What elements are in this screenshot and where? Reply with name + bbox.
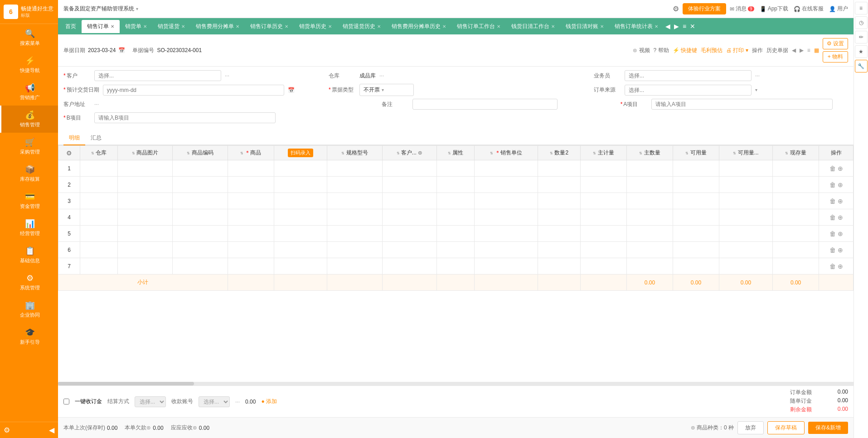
tab-reconcile[interactable]: 钱货日清对账 ✕	[560, 20, 609, 33]
delivery-input[interactable]	[103, 85, 284, 96]
tab-close-reconcile[interactable]: ✕	[600, 24, 604, 29]
account-select[interactable]: 选择...	[199, 396, 230, 407]
delete-icon[interactable]: 🗑	[829, 165, 836, 172]
nav-prev-icon[interactable]: ◀	[792, 47, 796, 53]
copy-icon[interactable]: ⊕	[838, 263, 843, 270]
sidebar-item-guide[interactable]: 🎓 新手引导	[0, 323, 58, 350]
sidebar-collapse-icon[interactable]: ◀	[49, 426, 54, 434]
col-header-gear[interactable]: ⚙	[58, 146, 80, 160]
tab-detail[interactable]: 明细	[63, 131, 85, 145]
col-header-code[interactable]: ⇅ 商品编码	[173, 146, 228, 160]
col-header-main-qty[interactable]: ⇅ 主数量	[626, 146, 673, 160]
order-source-input[interactable]	[625, 85, 752, 96]
operation-button[interactable]: 操作	[752, 47, 763, 54]
tab-close-goods-history[interactable]: ✕	[328, 24, 332, 29]
col-header-current[interactable]: ⇅ 现存量	[773, 146, 819, 160]
list-view-icon[interactable]: ≡	[807, 47, 810, 53]
tab-close-all[interactable]: ✕	[688, 23, 697, 30]
settings-gear-icon[interactable]: ⚙	[673, 5, 679, 13]
copy-icon[interactable]: ⊕	[838, 230, 843, 237]
tab-close-return-history[interactable]: ✕	[377, 24, 381, 29]
invoice-select[interactable]: 不开票 ▾	[359, 84, 414, 96]
sidebar-item-basic-info[interactable]: 📋 基础信息	[0, 241, 58, 269]
copy-icon[interactable]: ⊕	[838, 181, 843, 188]
copy-icon[interactable]: ⊕	[838, 197, 843, 205]
view-video-button[interactable]: ⊙ 视频	[633, 47, 650, 54]
tab-close-sales-fee[interactable]: ✕	[236, 24, 239, 29]
delete-icon[interactable]: 🗑	[829, 263, 836, 270]
col-header-image[interactable]: ⇅ 商品图片	[118, 146, 173, 160]
history-button[interactable]: 历史单据	[766, 47, 788, 54]
remark-input[interactable]	[412, 99, 558, 110]
add-button[interactable]: ● 添加	[261, 398, 277, 405]
right-panel-icon-4[interactable]: ★	[855, 45, 868, 58]
save-draft-button[interactable]: 保存草稿	[767, 421, 805, 434]
material-button[interactable]: + 物料	[823, 51, 848, 63]
sidebar-item-inventory[interactable]: 📦 库存核算	[0, 160, 58, 187]
sidebar-item-enterprise[interactable]: 🏢 企业协同	[0, 296, 58, 323]
warehouse-more-icon[interactable]: ···	[379, 72, 384, 79]
online-service-button[interactable]: 🎧 在线客服	[794, 5, 824, 13]
tab-close-fee-history[interactable]: ✕	[442, 24, 446, 29]
sidebar-item-purchase[interactable]: 🛒 采购管理	[0, 133, 58, 160]
customer-input[interactable]	[94, 70, 221, 81]
tab-return-history[interactable]: 销货退货历史 ✕	[337, 20, 386, 33]
profit-button[interactable]: 毛利预估	[701, 47, 723, 54]
message-button[interactable]: ✉ 消息 9	[730, 5, 754, 13]
scan-button[interactable]: 扫码录入	[288, 149, 313, 157]
customer-more-icon[interactable]: ···	[225, 72, 229, 79]
delete-icon[interactable]: 🗑	[829, 230, 836, 237]
tab-close-sales-return[interactable]: ✕	[181, 24, 185, 29]
tab-workbench[interactable]: 销售订单工作台 ✕	[451, 20, 506, 33]
tab-sales-order[interactable]: 销售订单 ✕	[82, 20, 120, 33]
sidebar-item-sales[interactable]: 💰 销售管理	[0, 106, 58, 133]
col-header-customer-code[interactable]: ⇅ 客户... ⊙	[382, 146, 436, 160]
col-header-warehouse[interactable]: ⇅ 仓库	[80, 146, 118, 160]
save-new-button[interactable]: 保存&新增	[808, 422, 848, 434]
col-header-available[interactable]: ⇅ 可用量	[673, 146, 719, 160]
user-avatar[interactable]: 👤 用户	[829, 5, 848, 13]
tab-close-workbench[interactable]: ✕	[497, 24, 500, 29]
address-more-icon[interactable]: ···	[94, 101, 99, 107]
tab-prev[interactable]: ◀	[664, 23, 672, 30]
tab-sales-fee[interactable]: 销售费用分摊单 ✕	[190, 20, 245, 33]
col-header-spec[interactable]: ⇅ 规格型号	[327, 146, 382, 160]
shortcut-button[interactable]: ⚡ 快捷键	[673, 47, 697, 54]
col-header-product[interactable]: ⇅ ＊商品	[228, 146, 274, 160]
sidebar-settings-icon[interactable]: ⚙	[4, 426, 10, 434]
col-header-property[interactable]: ⇅ 属性	[437, 146, 475, 160]
sidebar-item-finance[interactable]: 💳 资金管理	[0, 187, 58, 214]
copy-icon[interactable]: ⊕	[838, 165, 843, 172]
help-button[interactable]: ? 帮助	[654, 47, 669, 54]
tab-close-daily-workbench[interactable]: ✕	[551, 24, 555, 29]
col-header-qty2[interactable]: ⇅ 数量2	[538, 146, 580, 160]
nav-next-icon[interactable]: ▶	[800, 47, 804, 53]
order-source-dropdown[interactable]: ▾	[755, 87, 757, 92]
tab-summary[interactable]: 汇总	[85, 131, 107, 145]
tab-close-sales-order-history[interactable]: ✕	[285, 24, 288, 29]
delete-icon[interactable]: 🗑	[829, 214, 836, 221]
tab-sales-order-history[interactable]: 销售订单历史 ✕	[245, 20, 294, 33]
delete-icon[interactable]: 🗑	[829, 181, 836, 188]
col-header-available2[interactable]: ⇅ 可用量...	[719, 146, 772, 160]
tab-next[interactable]: ▶	[672, 23, 681, 30]
a-project-input[interactable]	[651, 99, 833, 110]
sidebar-item-system[interactable]: ⚙ 系统管理	[0, 269, 58, 296]
tab-close-stats[interactable]: ✕	[655, 24, 658, 29]
print-button[interactable]: 🖨 打印 ▾	[726, 47, 748, 54]
settings-button[interactable]: ⚙ 设置	[823, 38, 848, 49]
tab-stats[interactable]: 销售订单统计表 ✕	[609, 20, 664, 33]
app-download-button[interactable]: 📱 App下载	[760, 5, 788, 13]
delete-icon[interactable]: 🗑	[829, 197, 836, 205]
right-panel-icon-5[interactable]: 🔧	[855, 60, 868, 72]
right-panel-icon-1[interactable]: ≡	[855, 2, 868, 14]
right-panel-icon-2[interactable]: ◷	[855, 16, 868, 29]
calendar-icon[interactable]: 📅	[118, 47, 125, 53]
discard-button[interactable]: 放弃	[737, 421, 764, 434]
col-header-main-unit[interactable]: ⇅ 主计量	[580, 146, 626, 160]
copy-icon[interactable]: ⊕	[838, 246, 843, 254]
sidebar-item-business[interactable]: 📊 经营管理	[0, 214, 58, 241]
tab-close-sales-order[interactable]: ✕	[111, 24, 114, 29]
b-project-input[interactable]	[94, 112, 276, 123]
salesman-more-icon[interactable]: ···	[755, 72, 760, 79]
